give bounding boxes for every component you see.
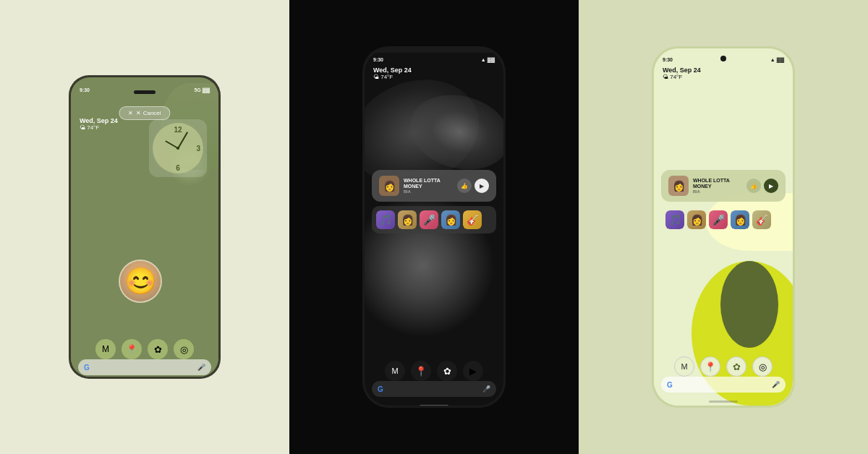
mic-icon-center[interactable]: 🎤 [482, 385, 490, 393]
music-thumb-center: 👩 [379, 176, 399, 196]
google-logo-center: G [378, 385, 383, 393]
search-bar-left[interactable]: G 🎤 [78, 359, 211, 375]
app-thumb-img-2-center: 👩 [398, 210, 417, 229]
speaker-notch [134, 90, 156, 94]
right-phone-screen: 9:30 ▲ ▓▓ Wed, Sep 24 🌤 74°F 👩 [654, 48, 793, 406]
weather-right: 🌤 74°F [663, 74, 784, 80]
play-button-right[interactable]: ▶ [764, 179, 778, 193]
play-icon-right: ▶ [769, 183, 773, 189]
music-controls-center: 👍 ▶ [457, 179, 489, 193]
app-thumb-img-1-center: 🎵 [376, 210, 395, 229]
music-thumb-icon-right: 👩 [673, 180, 685, 192]
music-widget-center[interactable]: 👩 WHOLE LOTTA MONEY BIA 👍 ▶ [372, 170, 496, 202]
date-center: Wed, Sep 24 [373, 67, 495, 74]
app-thumb-3-center[interactable]: 🎤 [420, 210, 438, 229]
music-thumb-icon-center: 👩 [383, 180, 396, 192]
music-widget-right[interactable]: 👩 WHOLE LOTTA MONEY BIA 👍 ▶ [661, 170, 786, 202]
app-thumbnails-right: 🎵 👩 🎤 👩 🎸 [661, 206, 786, 234]
baby-photo [119, 260, 162, 303]
search-bar-center[interactable]: G 🎤 [372, 381, 496, 397]
app-thumb-4-right[interactable]: 👩 [731, 210, 749, 229]
clock-min-hand [177, 132, 187, 148]
dock-gmail-left[interactable]: M [95, 339, 116, 359]
center-panel: 9:30 ▲ ▓▓ Wed, Sep 24 🌤 74°F 👩 [289, 0, 579, 454]
dock-gmail-right[interactable]: M [674, 356, 694, 377]
music-title-center: WHOLE LOTTA MONEY [404, 178, 453, 190]
left-phone-frame: 9:30 5G ▓▓ ✕ ✕ Cancel Wed, Sep 24 🌤 74°F [69, 75, 221, 379]
play-icon-center: ▶ [480, 183, 484, 189]
app-thumb-img-5-right: 🎸 [752, 210, 771, 229]
wifi-right: ▲ [770, 57, 775, 62]
status-icons-right: ▲ ▓▓ [770, 57, 784, 62]
like-button-center[interactable]: 👍 [457, 179, 472, 193]
wifi-center: ▲ [481, 57, 486, 62]
app-thumb-4-center[interactable]: 👩 [441, 210, 460, 229]
settings-icon-right: ◎ [759, 361, 767, 372]
app-thumb-1-right[interactable]: 🎵 [665, 210, 684, 229]
app-thumb-5-right[interactable]: 🎸 [752, 210, 771, 229]
app-thumb-img-3-right: 🎤 [709, 210, 728, 229]
gmail-icon-center: M [391, 367, 398, 375]
search-bar-right[interactable]: G 🎤 [661, 377, 786, 393]
date-right: Wed, Sep 24 [663, 67, 784, 74]
dock-right: M 📍 ✿ ◎ [674, 356, 773, 377]
play-button-center[interactable]: ▶ [475, 179, 489, 193]
maps-icon-right: 📍 [705, 361, 716, 372]
clock-center [176, 147, 179, 150]
app-thumb-img-2-right: 👩 [687, 210, 706, 229]
like-button-right[interactable]: 👍 [746, 179, 761, 193]
dock-flower-center[interactable]: ✿ [437, 361, 457, 381]
date-left: Wed, Sep 24 [80, 117, 210, 124]
home-indicator-right [709, 401, 738, 403]
signal-center: ▓▓ [488, 57, 495, 62]
app-thumb-img-4-right: 👩 [731, 210, 749, 229]
gmail-icon-right: M [681, 362, 687, 371]
app-thumb-1-center[interactable]: 🎵 [376, 210, 395, 229]
dock-settings-right[interactable]: ◎ [752, 356, 773, 377]
signal-right: ▓▓ [777, 57, 784, 62]
right-panel: 9:30 ▲ ▓▓ Wed, Sep 24 🌤 74°F 👩 [579, 0, 868, 454]
app-thumb-5-center[interactable]: 🎸 [463, 210, 482, 229]
baby-face-image [120, 261, 161, 301]
youtube-icon-center: ▶ [469, 366, 477, 377]
like-icon-right: 👍 [750, 183, 757, 189]
music-artist-center: BIA [404, 189, 453, 194]
dock-youtube-center[interactable]: ▶ [463, 361, 483, 381]
right-phone-frame: 9:30 ▲ ▓▓ Wed, Sep 24 🌤 74°F 👩 [652, 46, 795, 408]
dock-gmail-center[interactable]: M [385, 361, 405, 381]
music-info-center: WHOLE LOTTA MONEY BIA [404, 178, 453, 194]
dock-left: M 📍 ✿ ◎ [95, 339, 194, 359]
music-controls-right: 👍 ▶ [746, 179, 778, 193]
dock-flower-right[interactable]: ✿ [726, 356, 746, 377]
gmail-icon-left: M [102, 344, 109, 354]
clock-num-6: 6 [176, 164, 180, 172]
flower-icon-center: ✿ [443, 366, 451, 377]
maps-icon-center: 📍 [415, 366, 427, 377]
dock-center: M 📍 ✿ ▶ [385, 361, 483, 381]
weather-center: 🌤 74°F [373, 74, 495, 80]
app-thumb-img-3-center: 🎤 [420, 210, 438, 229]
app-thumb-3-right[interactable]: 🎤 [709, 210, 728, 229]
settings-icon-left: ◎ [180, 344, 188, 355]
left-phone-screen: 9:30 5G ▓▓ ✕ ✕ Cancel Wed, Sep 24 🌤 74°F [71, 77, 218, 377]
app-thumb-2-center[interactable]: 👩 [398, 210, 417, 229]
flower-icon-right: ✿ [733, 361, 741, 372]
green-blob [720, 261, 778, 348]
mic-icon-left[interactable]: 🎤 [197, 364, 205, 371]
music-title-right: WHOLE LOTTA MONEY [693, 178, 742, 190]
dock-maps-left[interactable]: 📍 [122, 339, 142, 359]
clock-num-3: 3 [196, 145, 200, 153]
dock-flower-left[interactable]: ✿ [148, 339, 168, 359]
flower-icon-left: ✿ [154, 344, 162, 355]
weather-left: 🌤 74°F [80, 124, 210, 131]
like-icon-center: 👍 [461, 183, 468, 189]
dock-maps-center[interactable]: 📍 [411, 361, 431, 381]
dock-maps-right[interactable]: 📍 [700, 356, 720, 377]
maps-icon-left: 📍 [126, 344, 137, 355]
status-time-right: 9:30 [663, 57, 673, 62]
center-phone-frame: 9:30 ▲ ▓▓ Wed, Sep 24 🌤 74°F 👩 [362, 46, 506, 408]
music-thumb-right: 👩 [668, 176, 689, 196]
mic-icon-right[interactable]: 🎤 [772, 381, 780, 388]
dock-settings-left[interactable]: ◎ [174, 339, 194, 359]
app-thumb-2-right[interactable]: 👩 [687, 210, 706, 229]
